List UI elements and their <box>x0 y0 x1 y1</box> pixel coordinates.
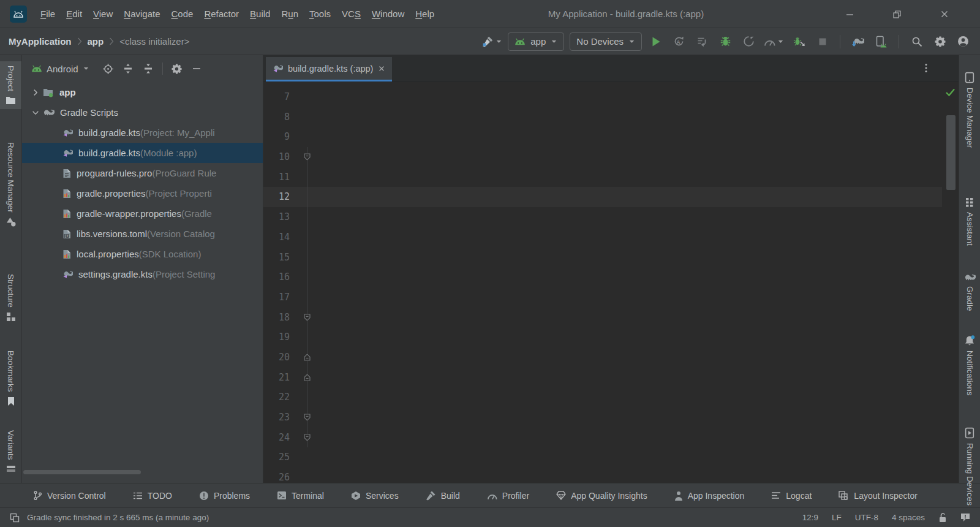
build-project-button[interactable] <box>481 33 502 50</box>
tool-window-button-app-quality-insights[interactable]: App Quality Insights <box>556 491 647 501</box>
menu-view[interactable]: View <box>88 6 118 22</box>
notifications-balloon-icon[interactable] <box>960 513 970 522</box>
tool-window-button-layout-inspector[interactable]: Layout Inspector <box>839 491 918 501</box>
menu-run[interactable]: Run <box>276 6 304 22</box>
code-line-18[interactable]: 18 <box>263 308 942 328</box>
restore-button[interactable] <box>873 0 921 28</box>
hide-panel-button[interactable] <box>189 61 205 77</box>
menu-build[interactable]: Build <box>244 6 276 22</box>
menu-navigate[interactable]: Navigate <box>118 6 165 22</box>
code-line-8[interactable]: 8 <box>263 107 942 127</box>
tool-window-button-todo[interactable]: TODO <box>133 491 172 501</box>
tool-window-button-version-control[interactable]: Version Control <box>33 490 106 501</box>
tree-item-gradle-scripts[interactable]: Gradle Scripts <box>22 102 263 123</box>
tool-window-button-services[interactable]: Services <box>351 491 399 501</box>
stop-button[interactable] <box>814 33 831 50</box>
stripe-tab-gradle[interactable]: Gradle <box>959 268 980 316</box>
account-button[interactable] <box>955 33 971 50</box>
line-separator-widget[interactable]: LF <box>832 513 842 522</box>
tree-item-app[interactable]: app <box>22 82 263 102</box>
device-manager-button[interactable] <box>873 33 889 50</box>
code-line-16[interactable]: 16 <box>263 267 942 287</box>
breadcrumb-item-myapplication[interactable]: MyApplication <box>9 36 72 47</box>
editor-tab-build-gradle[interactable]: build.gradle.kts (:app) <box>266 57 392 82</box>
code-line-19[interactable]: 19 <box>263 327 942 347</box>
code-line-25[interactable]: 25 <box>263 447 942 468</box>
code-line-26[interactable]: 26 <box>263 468 942 483</box>
code-line-13[interactable]: 13 <box>263 207 942 227</box>
stripe-tab-running-devices[interactable]: Running Devices <box>959 423 980 510</box>
stripe-tab-assistant[interactable]: Assistant <box>959 193 980 250</box>
locate-file-button[interactable] <box>100 61 116 77</box>
menu-vcs[interactable]: VCS <box>336 6 366 22</box>
tool-window-button-problems[interactable]: Problems <box>199 491 250 501</box>
code-line-11[interactable]: 11 <box>263 167 942 188</box>
tool-window-button-build[interactable]: Build <box>426 490 460 501</box>
debug-button[interactable] <box>717 33 734 50</box>
project-hscrollbar-thumb[interactable] <box>23 470 141 474</box>
code-line-12[interactable]: 12 <box>263 187 942 207</box>
tree-item-build-gradle-kts-project-my-appli[interactable]: build.gradle.kts (Project: My_Appli <box>22 123 263 143</box>
fold-down-icon[interactable] <box>304 414 311 421</box>
code-line-7[interactable]: 7 <box>263 87 942 107</box>
code-line-24[interactable]: 24 <box>263 428 942 448</box>
code-line-10[interactable]: 10 <box>263 147 942 167</box>
tree-item-local-properties-sdk-location[interactable]: local.properties (SDK Location) <box>22 244 263 264</box>
tool-window-button-terminal[interactable]: Terminal <box>277 491 324 501</box>
caret-position-widget[interactable]: 12:9 <box>802 513 818 522</box>
search-everywhere-button[interactable] <box>908 33 925 50</box>
profiler-button[interactable] <box>764 33 784 50</box>
stripe-tab-bookmarks[interactable]: Bookmarks <box>0 346 21 411</box>
stripe-tab-variants[interactable]: Variants <box>0 426 21 479</box>
encoding-widget[interactable]: UTF-8 <box>855 513 878 522</box>
close-tab-icon[interactable] <box>378 65 385 72</box>
gradle-sync-button[interactable] <box>850 33 866 50</box>
profile-low-overhead-button[interactable] <box>741 33 757 50</box>
device-select[interactable]: No Devices <box>570 32 642 51</box>
tool-window-quick-access-icon[interactable] <box>10 513 20 523</box>
tool-window-button-logcat[interactable]: Logcat <box>771 491 812 501</box>
fold-down-icon[interactable] <box>304 314 311 321</box>
stripe-tab-resource-manager[interactable]: Resource Manager <box>0 138 21 231</box>
tree-item-gradle-wrapper-properties-gradle[interactable]: gradle-wrapper.properties (Gradle <box>22 203 263 224</box>
fold-up-icon[interactable] <box>304 374 311 381</box>
menu-file[interactable]: File <box>35 6 61 22</box>
breadcrumb-item-class-initializer[interactable]: <class initializer> <box>119 36 189 47</box>
readonly-lock-icon[interactable] <box>938 512 947 523</box>
code-editor[interactable]: 7891011121314151617181920212223242526 <box>263 82 942 483</box>
editor-scrollbar-thumb[interactable] <box>946 115 956 190</box>
project-view-selector[interactable]: Android <box>28 62 92 76</box>
tree-item-build-gradle-kts-module-app[interactable]: build.gradle.kts (Module :app) <box>22 143 263 163</box>
close-button[interactable] <box>921 0 968 28</box>
code-line-15[interactable]: 15 <box>263 248 942 268</box>
chevron-down-icon[interactable] <box>28 109 43 116</box>
code-line-21[interactable]: 21 <box>263 368 942 388</box>
stripe-tab-project[interactable]: Project <box>0 61 21 109</box>
code-line-9[interactable]: 9 <box>263 127 942 147</box>
fold-down-icon[interactable] <box>304 434 311 441</box>
collapse-all-button[interactable] <box>140 61 157 77</box>
tree-item-libs-versions-toml-version-catalog[interactable]: [T]libs.versions.toml (Version Catalog <box>22 224 263 244</box>
indent-widget[interactable]: 4 spaces <box>892 513 925 522</box>
apply-code-changes-button[interactable] <box>694 33 710 50</box>
editor-options-kebab-icon[interactable] <box>921 63 932 74</box>
tool-window-button-profiler[interactable]: Profiler <box>487 491 529 501</box>
breadcrumb-item-app[interactable]: app <box>88 36 104 47</box>
code-line-20[interactable]: 20 <box>263 347 942 368</box>
inspections-ok-icon[interactable] <box>945 88 956 97</box>
code-line-14[interactable]: 14 <box>263 227 942 248</box>
menu-window[interactable]: Window <box>366 6 410 22</box>
expand-all-button[interactable] <box>120 61 137 77</box>
stripe-tab-structure[interactable]: Structure <box>0 270 21 326</box>
code-line-23[interactable]: 23 <box>263 408 942 428</box>
run-button[interactable] <box>647 33 664 50</box>
code-line-22[interactable]: 22 <box>263 387 942 408</box>
menu-tools[interactable]: Tools <box>304 6 336 22</box>
menu-code[interactable]: Code <box>166 6 199 22</box>
menu-help[interactable]: Help <box>410 6 440 22</box>
run-configuration-select[interactable]: app <box>508 32 564 51</box>
fold-up-icon[interactable] <box>304 354 311 361</box>
chevron-right-icon[interactable] <box>28 89 43 96</box>
minimize-button[interactable] <box>826 0 873 28</box>
menu-refactor[interactable]: Refactor <box>198 6 244 22</box>
